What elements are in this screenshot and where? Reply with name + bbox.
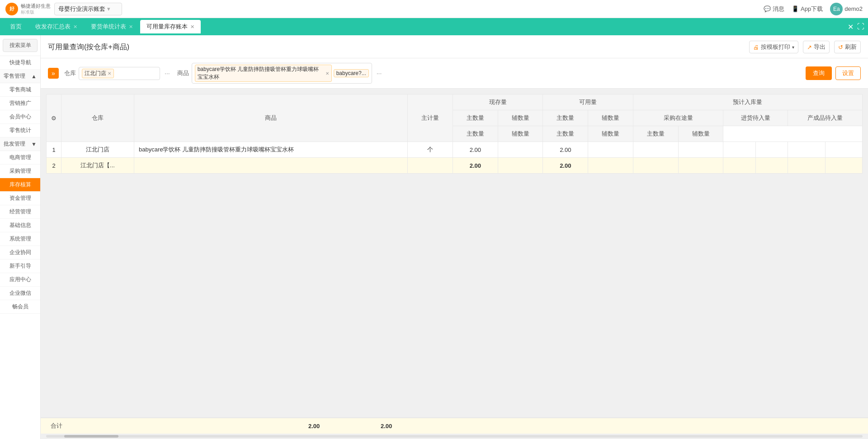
warehouse-tag: 江北门店 ✕ [82,69,114,78]
sidebar-item-inventory[interactable]: 库存核算 [0,178,40,192]
tab-collection-summary[interactable]: 收发存汇总表 ✕ [29,20,84,33]
tab-close-icon[interactable]: ✕ [190,24,194,30]
tag-close-icon[interactable]: ✕ [108,71,111,76]
page-header-actions: 🖨 按模板打印 ▾ ↗ 导出 ↺ 刷新 [749,41,861,53]
sidebar-item-retail-mall[interactable]: 零售商城 [0,83,40,97]
sidebar-item-wholesale-mgmt[interactable]: 批发管理 ▼ [0,137,40,151]
refresh-btn[interactable]: ↺ 刷新 [834,41,861,53]
th-stock-group: 现存量 [453,94,542,110]
th-inbound-group: 进货待入量 [723,110,788,126]
tab-close-icon[interactable]: ✕ [73,24,77,30]
sidebar-item-ecommerce[interactable]: 电商管理 [0,151,40,165]
row-in-main-1 [723,142,755,158]
row-warehouse-1: 江北门店 [61,142,134,158]
page-title: 可用量查询(按仓库+商品) [48,42,129,52]
warehouse-tags[interactable]: 江北门店 ✕ [79,67,160,80]
sidebar-item-quick-nav[interactable]: 快捷导航 [0,56,40,70]
scrollbar-row [41,434,868,439]
top-bar: 好 畅捷通好生意 标准版 母婴行业演示账套 ▾ 💬 消息 📱 App下载 Ea … [0,0,868,18]
row-prod-sub-1 [825,142,862,158]
th-unit: 主计量 [408,94,453,142]
th-purchase-group: 采购在途量 [633,110,723,126]
org-selector[interactable]: 母婴行业演示账套 ▾ [54,3,122,15]
sidebar-item-system-mgmt[interactable]: 系统管理 [0,232,40,246]
app-download-btn[interactable]: 📱 App下载 [792,5,823,13]
tab-available-inventory[interactable]: 可用量库存账本 ✕ [140,20,201,33]
app-icon: 📱 [792,5,799,12]
sidebar-item-enterprise[interactable]: 企业协同 [0,246,40,260]
content-area: 可用量查询(按仓库+商品) 🖨 按模板打印 ▾ ↗ 导出 ↺ 刷新 » [41,35,868,439]
table-row: 1 江北门店 babycare学饮杯 儿童防摔防撞吸管杯重力球吸嘴杯宝宝水杯 个… [47,142,863,158]
print-btn[interactable]: 🖨 按模板打印 ▾ [749,41,798,53]
sidebar-item-finance[interactable]: 资金管理 [0,192,40,205]
th-prod-main: 主数量 [633,126,678,142]
row-unit-1: 个 [408,142,453,158]
table-row: 2 江北门店【... 2.00 2.00 [47,158,863,174]
footer-stock-total: 2.00 [296,423,332,430]
th-product-grp: 产成品待入量 [788,110,863,126]
sidebar-item-enterprise-wechat[interactable]: 企业微信 [0,287,40,300]
logo-icon: 好 [5,3,18,15]
footer-avail-total: 2.00 [368,423,405,430]
sidebar-item-app-center[interactable]: 应用中心 [0,273,40,287]
footer-total-label: 合计 [46,422,67,430]
table-footer: 合计 2.00 2.00 [41,417,868,434]
close-window-icon[interactable]: ✕ [848,23,854,31]
sidebar-item-member-center[interactable]: 会员中心 [0,110,40,124]
row-stock-sub-2 [498,158,543,174]
row-stock-main-1: 2.00 [453,142,498,158]
nav-tabs: 首页 收发存汇总表 ✕ 要货单统计表 ✕ 可用量库存账本 ✕ ✕ ⛶ [0,18,868,35]
sidebar-item-retail-mgmt[interactable]: 零售管理 ▲ [0,70,40,83]
product-tag-1: babycare学饮杯 儿童防摔防撞吸管杯重力球吸嘴杯宝宝水杯 ✕ [195,65,332,82]
row-prod-sub-2 [825,158,862,174]
scrollbar-thumb[interactable] [64,435,118,438]
user-menu[interactable]: Ea demo2 [830,3,863,15]
filter-area: » 仓库 江北门店 ✕ ··· 商品 babycare学饮杯 儿童防摔防撞吸管杯… [41,58,868,89]
row-num-1: 1 [47,142,61,158]
tab-order-stats[interactable]: 要货单统计表 ✕ [85,20,139,33]
sidebar-item-retail-stats[interactable]: 零售统计 [0,124,40,137]
row-stock-sub-1 [498,142,543,158]
tab-close-icon[interactable]: ✕ [129,24,133,30]
query-btn[interactable]: 查询 [806,66,832,80]
row-pur-main-2 [633,158,678,174]
logo-area: 好 畅捷通好生意 标准版 [5,3,51,15]
filter-expand-btn[interactable]: » [48,68,59,79]
message-icon: 💬 [764,5,771,12]
sidebar-item-new-guide[interactable]: 新手引导 [0,260,40,273]
sidebar-item-members[interactable]: 畅会员 [0,300,40,314]
sidebar-item-purchase-mgmt[interactable]: 采购管理 [0,165,40,178]
th-avail-main: 主数量 [543,110,588,126]
th-product: 商品 [134,94,407,142]
row-num-2: 2 [47,158,61,174]
product-tags[interactable]: babycare学饮杯 儿童防摔防撞吸管杯重力球吸嘴杯宝宝水杯 ✕ babyca… [192,63,372,84]
row-avail-sub-2 [588,158,633,174]
row-avail-sub-1 [588,142,633,158]
settings-btn[interactable]: 设置 [835,66,861,80]
export-btn[interactable]: ↗ 导出 [803,41,830,53]
top-bar-left: 好 畅捷通好生意 标准版 母婴行业演示账套 ▾ [5,3,122,15]
data-table: ⚙ 仓库 商品 主计量 现存量 可用量 预计入库量 主数量 辅数量 主数量 辅数… [46,94,863,174]
row-prod-main-1 [788,142,825,158]
product-label: 商品 [177,69,189,77]
product-tag-2: babycare?... [334,69,369,77]
search-menu-btn[interactable]: 搜索菜单 [3,39,38,52]
export-icon: ↗ [807,44,812,51]
th-in-main: 主数量 [543,126,588,142]
filter-more-icon[interactable]: ··· [375,70,384,77]
th-avail-sub: 辅数量 [588,110,633,126]
scrollbar-track[interactable] [46,435,863,438]
table-area: ⚙ 仓库 商品 主计量 现存量 可用量 预计入库量 主数量 辅数量 主数量 辅数… [41,89,868,417]
sidebar-item-basic-info[interactable]: 基础信息 [0,219,40,232]
sidebar-item-business-mgmt[interactable]: 经营管理 [0,205,40,219]
logo-text: 畅捷通好生意 标准版 [21,3,51,15]
row-product-1: babycare学饮杯 儿童防摔防撞吸管杯重力球吸嘴杯宝宝水杯 [134,142,407,158]
message-btn[interactable]: 💬 消息 [764,5,784,13]
maximize-icon[interactable]: ⛶ [857,23,864,31]
chevron-icon: ▼ [31,141,37,147]
refresh-icon: ↺ [838,44,843,51]
sidebar-item-marketing[interactable]: 营销推广 [0,97,40,110]
filter-more-icon[interactable]: ··· [163,70,172,77]
tag-close-icon[interactable]: ✕ [326,71,329,76]
tab-home[interactable]: 首页 [4,20,28,33]
